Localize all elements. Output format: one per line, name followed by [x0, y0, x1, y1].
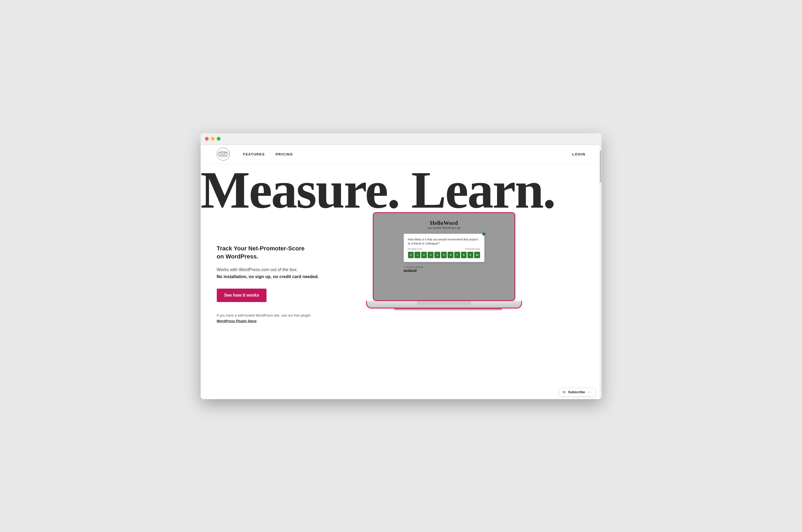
fullscreen-button[interactable] [217, 137, 221, 141]
nav-features[interactable]: FEATURES [243, 152, 265, 156]
wp-post-label: Vorheriger Beitrag [404, 266, 484, 268]
logo-text: CROWD SIGNAL [218, 151, 228, 157]
laptop-screen-inner: HelloWord Just another WordPress site Ho… [374, 213, 515, 300]
laptop-outer: HelloWord Just another WordPress site Ho… [373, 212, 523, 310]
nps-9[interactable]: 9 [467, 252, 473, 258]
browser-chrome [200, 133, 602, 145]
nps-2[interactable]: 2 [421, 252, 427, 258]
browser-window: CROWD SIGNAL FEATURES PRICING LOGIN Meas… [200, 133, 602, 399]
nps-7[interactable]: 7 [454, 252, 460, 258]
nps-6[interactable]: 6 [447, 252, 454, 258]
wp-post-area: Vorheriger Beitrag asdasd [404, 266, 484, 273]
subscribe-bar[interactable]: ✉ Subscribe ··· [559, 388, 595, 396]
nps-labels: Not likely at all Extremely likely [408, 248, 480, 250]
nps-10[interactable]: 10 [474, 252, 480, 258]
page-content: CROWD SIGNAL FEATURES PRICING LOGIN Meas… [200, 145, 602, 399]
laptop-mockup: HelloWord Just another WordPress site Ho… [373, 212, 586, 310]
nav-pricing[interactable]: PRICING [276, 152, 293, 156]
nps-8[interactable]: 8 [461, 252, 467, 258]
close-button[interactable] [205, 137, 209, 141]
nps-question: How likely is it that you would recommen… [408, 238, 480, 246]
plugin-notice: If you have a self-hosted WordPress site… [217, 313, 357, 324]
subscribe-icon: ✉ [562, 390, 566, 394]
wp-site-tagline: Just another WordPress site [427, 226, 461, 229]
cta-button[interactable]: See how it works [217, 289, 267, 302]
subscribe-menu-icon[interactable]: ··· [587, 390, 591, 395]
minimize-button[interactable] [211, 137, 215, 141]
nps-widget-wrapper: How likely is it that you would recommen… [404, 234, 484, 262]
nps-4[interactable]: 4 [434, 252, 440, 258]
subscribe-label: Subscribe [568, 390, 585, 394]
hero-subtitle: Track Your Net-Promoter-Scoreon WordPres… [217, 245, 357, 261]
laptop-foot [394, 308, 502, 310]
nav-links: FEATURES PRICING [243, 152, 293, 156]
laptop-screen: HelloWord Just another WordPress site Ho… [373, 212, 515, 301]
wp-site-title: HelloWord [430, 220, 458, 226]
nav-login[interactable]: LOGIN [572, 152, 586, 156]
nps-label-right: Extremely likely [465, 248, 480, 250]
wp-post-title: asdasd [404, 268, 484, 273]
hero-left: Track Your Net-Promoter-Scoreon WordPres… [217, 169, 357, 324]
plugin-store-link[interactable]: WordPress Plugin Store [217, 319, 257, 323]
nps-widget: How likely is it that you would recommen… [404, 234, 484, 262]
hero-content: Track Your Net-Promoter-Scoreon WordPres… [217, 245, 357, 324]
logo[interactable]: CROWD SIGNAL [217, 148, 230, 160]
nps-0[interactable]: 0 [408, 252, 414, 258]
nps-5[interactable]: 5 [441, 252, 447, 258]
nps-1[interactable]: 1 [415, 252, 420, 258]
navigation: CROWD SIGNAL FEATURES PRICING LOGIN [200, 145, 602, 164]
laptop-stand [417, 301, 471, 305]
nps-numbers[interactable]: 0 1 2 3 4 5 6 7 8 9 [408, 252, 480, 258]
nps-3[interactable]: 3 [427, 252, 434, 258]
hero-description-1: Works with WordPress.com out of the box.… [217, 266, 357, 280]
hero-section: Measure. Learn. Track Your Net-Promoter-… [200, 164, 602, 324]
nps-dot [482, 232, 485, 235]
nps-label-left: Not likely at all [408, 248, 422, 250]
laptop-base [366, 301, 522, 308]
